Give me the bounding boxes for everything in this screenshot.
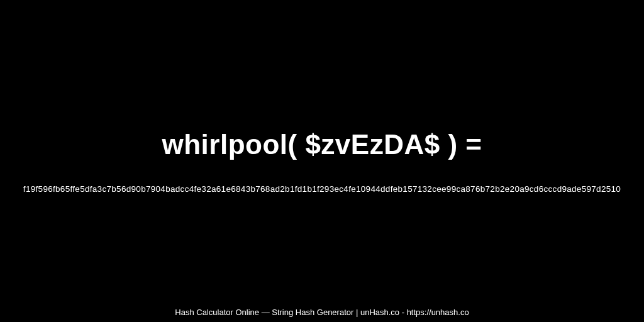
hash-output-value: f19f596fb65ffe5dfa3c7b56d90b7904badcc4fe… bbox=[23, 184, 621, 194]
hash-function-title: whirlpool( $zvEzDA$ ) = bbox=[162, 129, 482, 160]
main-content: whirlpool( $zvEzDA$ ) = f19f596fb65ffe5d… bbox=[0, 0, 644, 322]
footer-text: Hash Calculator Online — String Hash Gen… bbox=[0, 308, 644, 317]
